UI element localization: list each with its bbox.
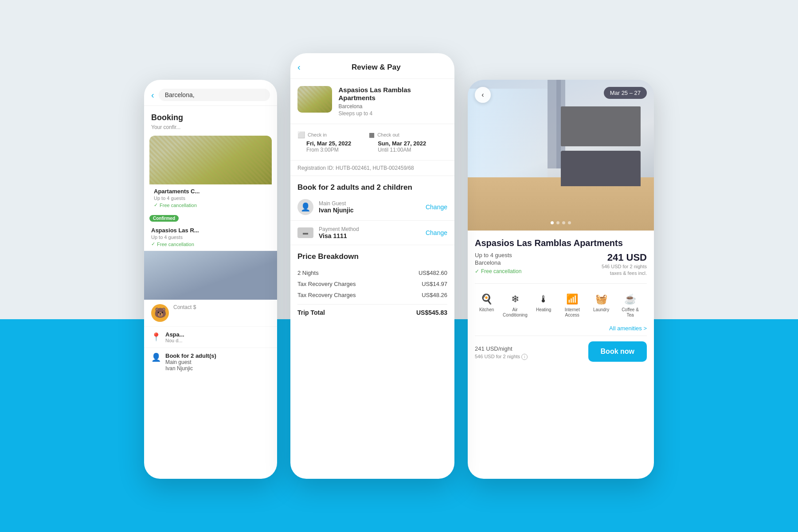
location-pin-icon: 📍 (151, 332, 161, 342)
detail-property-name: Aspasios Las Ramblas Apartments (475, 238, 647, 248)
review-property: Aspasios Las Ramblas Apartments Barcelon… (290, 79, 454, 124)
divider-1 (475, 283, 647, 284)
total-label: Trip Total (297, 309, 325, 316)
main-guest-name: Ivan Njunjic (319, 207, 420, 214)
main-guest-avatar: 👤 (297, 199, 313, 215)
heating-icon: 🌡 (539, 293, 548, 305)
kitchen-counter (561, 151, 641, 186)
contact-avatar: 🐻 (151, 304, 169, 322)
price-row-tax1-value: US$14.97 (422, 281, 447, 287)
checkin-checkout-row: ⬜ Check in Fri, Mar 25, 2022 From 3:00PM… (290, 124, 454, 160)
change-payment-button[interactable]: Change (426, 229, 447, 236)
review-property-sleeps: Sleeps up to 4 (338, 110, 447, 117)
contact-label: Contact $ (173, 304, 196, 310)
amenity-kitchen: 🍳 Kitchen (479, 293, 494, 318)
amenity-heating: 🌡 Heating (536, 293, 551, 318)
guest-name: Ivan Njunjic (165, 365, 216, 372)
all-amenities-link[interactable]: All amenities > (609, 325, 647, 332)
left-screen-header: ‹ Barcelona, (144, 80, 277, 106)
dot-2[interactable] (556, 221, 559, 224)
price-main: 241 USD (602, 252, 647, 263)
coffee-icon: ☕ (624, 293, 636, 305)
dot-1[interactable] (551, 221, 554, 224)
price-row-total: Trip Total US$545.83 (297, 304, 447, 318)
location-sub: Nou d... (165, 338, 184, 343)
amenity-kitchen-label: Kitchen (479, 307, 494, 313)
amenity-laundry-label: Laundry (593, 307, 609, 313)
back-button-left[interactable]: ‹ (151, 90, 154, 100)
footer-price-sub: 546 USD for 2 nights i (475, 354, 528, 360)
back-button-middle[interactable]: ‹ (297, 62, 301, 72)
screen-property-detail: ‹ Mar 25 – 27 Aspasios Las Ramblas Apart… (468, 80, 654, 479)
property2-image-wrapper (144, 251, 277, 300)
main-guest-details: Main Guest Ivan Njunjic (319, 200, 420, 214)
checkin-time: From 3:00PM (306, 147, 351, 153)
price-total: 546 USD for 2 nights (602, 263, 647, 270)
back-button-right[interactable]: ‹ (475, 87, 491, 103)
review-pay-title: Review & Pay (305, 63, 447, 72)
detail-meta-left: Up to 4 guests Barcelona ✓ Free cancella… (475, 252, 521, 274)
payment-details: Payment Method Visa 1111 (319, 226, 420, 239)
location-name: Aspa... (165, 331, 184, 338)
dot-4[interactable] (568, 221, 571, 224)
free-cancel-check-icon: ✓ (475, 268, 479, 274)
location-section[interactable]: 📍 Aspa... Nou d... (144, 327, 277, 348)
check-circle-icon: ✓ (154, 202, 158, 208)
price-breakdown-title: Price Breakdown (297, 252, 447, 261)
book-for-label: Book for 2 adult(s) (165, 352, 216, 359)
kitchen-upper-cabinets (561, 106, 641, 146)
detail-price: 241 USD 546 USD for 2 nights taxes & fee… (602, 252, 647, 277)
city-input[interactable]: Barcelona, (159, 89, 270, 101)
check-circle-icon2: ✓ (151, 241, 155, 247)
location-info: Aspa... Nou d... (165, 331, 184, 343)
review-property-info: Aspasios Las Ramblas Apartments Barcelon… (338, 86, 447, 117)
guest-info: Book for 2 adult(s) Main guest Ivan Njun… (165, 352, 216, 372)
detail-meta-row: Up to 4 guests Barcelona ✓ Free cancella… (475, 252, 647, 277)
detail-free-cancel: ✓ Free cancellation (475, 268, 521, 274)
price-row-tax1-label: Tax Recovery Charges (297, 281, 356, 287)
total-value: US$545.83 (416, 309, 447, 316)
screen-review-pay: ‹ Review & Pay Aspasios Las Ramblas Apar… (290, 53, 454, 479)
price-row-nights: 2 Nights US$482.60 (297, 267, 447, 278)
booking-property2[interactable]: Aspasios Las R... Up to 4 guests ✓ Free … (144, 223, 277, 251)
book-now-button[interactable]: Book now (588, 341, 647, 362)
contact-section[interactable]: 🐻 Contact $ (144, 300, 277, 327)
property2-guests: Up to 4 guests (151, 235, 270, 240)
price-breakdown: Price Breakdown 2 Nights US$482.60 Tax R… (290, 245, 454, 325)
main-guest-label2: Main Guest (319, 200, 420, 207)
booking-subtitle: Your confir... (144, 124, 277, 136)
property1-card[interactable]: Apartaments C... Up to 4 guests ✓ Free c… (149, 136, 272, 211)
property2-name: Aspasios Las R... (151, 227, 270, 234)
checkout-icon: ▦ (369, 131, 375, 138)
checkout-time: Until 11:00AM (378, 147, 426, 153)
property2-image (144, 251, 277, 300)
review-property-city: Barcelona (338, 103, 447, 110)
review-property-name: Aspasios Las Ramblas Apartments (338, 86, 447, 102)
checkin-label: ⬜ Check in (297, 131, 351, 138)
checkout-label: ▦ Check out (369, 131, 426, 138)
all-amenities-link-wrapper: All amenities > (475, 321, 647, 332)
main-guest-row: 👤 Main Guest Ivan Njunjic Change (290, 196, 454, 221)
price-row-nights-label: 2 Nights (297, 270, 319, 276)
review-header: ‹ Review & Pay (290, 53, 454, 79)
amenity-heating-label: Heating (536, 307, 551, 313)
amenity-laundry: 🧺 Laundry (593, 293, 609, 318)
amenity-internet-label: Internet Access (560, 307, 584, 318)
change-guest-button[interactable]: Change (426, 203, 447, 211)
info-icon[interactable]: i (521, 354, 528, 360)
image-dots (551, 221, 571, 224)
confirmed-badge: Confirmed (149, 215, 179, 222)
guest-icon: 👤 (151, 352, 161, 362)
checkout-block: ▦ Check out Sun, Mar 27, 2022 Until 11:0… (369, 131, 426, 153)
footer-price-block: 241 USD/night 546 USD for 2 nights i (475, 343, 528, 360)
payment-card: Visa 1111 (319, 232, 420, 239)
amenities-row: 🍳 Kitchen ❄ Air Conditioning 🌡 Heating 📶… (475, 290, 647, 321)
main-guest-label: Main guest (165, 359, 216, 365)
registration-id: Registration ID: HUTB-002461, HUTB-00245… (290, 160, 454, 176)
detail-body: Aspasios Las Ramblas Apartments Up to 4 … (468, 231, 654, 369)
screen-booking-confirmation: ‹ Barcelona, Booking Your confir... Apar… (144, 80, 277, 479)
booking-title: Booking (144, 106, 277, 124)
dot-3[interactable] (562, 221, 565, 224)
payment-row: ▬ Payment Method Visa 1111 Change (290, 221, 454, 245)
property2-free-cancel: ✓ Free cancellation (151, 241, 270, 247)
